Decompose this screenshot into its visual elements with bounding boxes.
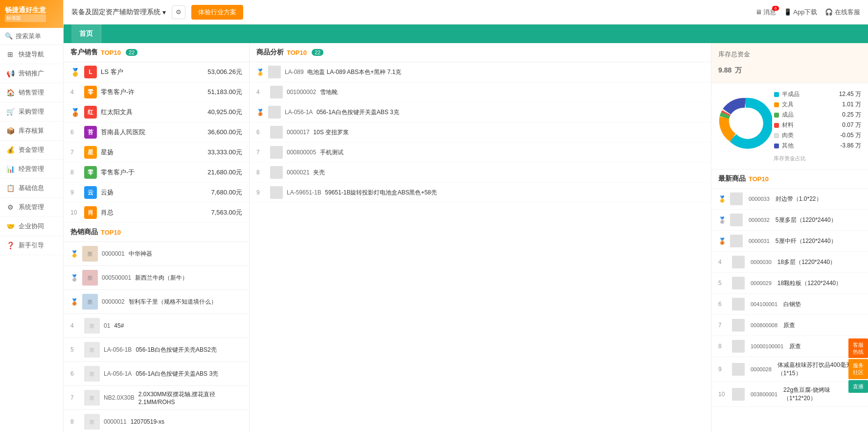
product-analysis-header: 商品分析 TOP10 22 [250,43,711,62]
new-product-row[interactable]: 5 0000029 18颗粒板（1220*2440） [711,273,868,294]
new-product-row[interactable]: 🥇 0000033 封边带（1.0*22） [711,189,868,210]
svg-rect-24 [270,186,283,199]
online-service-button[interactable]: 🎧 在线客服 [825,8,860,17]
product-row[interactable]: 9 LA-59651-1B 59651-1B旋转投影灯电池盒ABS黑色+58壳 [250,183,711,203]
sidebar-item-finance[interactable]: 💰 资金管理 [0,141,63,160]
customer-row[interactable]: 10 肖 肖总 7,563.00元 [64,203,249,223]
svg-rect-22 [270,146,283,159]
live-button[interactable]: 直播 [848,380,868,393]
new-thumb-10 [732,388,745,401]
sidebar-item-inventory[interactable]: 📦 库存核算 [0,121,63,141]
sidebar-label-purchase: 采购管理 [19,107,44,116]
sidebar-item-marketing[interactable]: 📢 营销推广 [0,64,63,83]
hot-product-row[interactable]: 🥇 图 0000001 中华神器 [64,242,249,266]
hot-product-row[interactable]: 7 图 NB2.0X30B 2.0X30MM双摆花轴,摆花直径2.1MM/ROH… [64,386,249,410]
prod-info-2: 001000002 雪地靴 [287,88,704,96]
customer-row[interactable]: 4 零 零售客户-许 51,183.00元 [64,82,249,102]
prod-code-7: LA-59651-1B [287,189,321,196]
prod-code-6: 0000021 [287,169,310,176]
hot-rank-6: 6 [70,370,80,377]
customer-avatar-8: 肖 [84,206,97,219]
hot-name-7: 2.0X30MM双摆花轴,摆花直径2.1MM/ROHS [138,390,242,406]
sidebar-label-inventory: 库存核算 [19,126,44,135]
hot-product-row[interactable]: 6 图 LA-056-1A 056-1A白色按键开关盖ABS 3壳 [64,362,249,386]
new-medal-3: 🥉 [718,238,726,245]
hot-thumb-4: 图 [84,318,100,334]
hot-code-7: NB2.0X30B [104,394,135,401]
new-thumb-4 [732,256,745,268]
sidebar-item-guide[interactable]: ❓ 新手引导 [0,236,63,255]
hot-thumb-6: 图 [84,366,100,382]
hot-product-row[interactable]: 5 图 LA-056-1B 056-1B白色按键开关壳ABS2壳 [64,338,249,362]
new-product-row[interactable]: 6 004100001 白钢垫 [711,294,868,315]
legend-dot-2 [774,102,779,107]
prod-thumb-3 [268,106,281,119]
new-name-6: 白钢垫 [783,300,861,309]
tab-bar: 首页 [64,24,868,43]
new-product-row[interactable]: 🥈 0000032 5厘多层（1220*2440） [711,210,868,231]
sidebar-label-operations: 经营管理 [19,165,44,173]
new-product-row[interactable]: 4 0000030 18多层（1220*2440） [711,252,868,273]
product-row[interactable]: 6 0000017 10S 变扭罗浆 [250,122,711,143]
sidebar-item-sales[interactable]: 🏠 销售管理 [0,83,63,102]
hot-products-header: 热销商品 TOP10 [64,223,249,242]
new-product-row[interactable]: 7 000800008 原查 [711,315,868,336]
prod-rank-5: 7 [256,149,266,156]
new-product-row[interactable]: 10 003800001 22g鱼豆腐-烧烤味（1*12*20） [711,382,868,407]
hot-product-row[interactable]: 8 图 0000011 12070519-xs [64,410,249,432]
settings-button[interactable]: ⚙ [172,5,185,19]
main-area: 装备及固定资产辅助管理系统 ▾ ⚙ 体验行业方案 🖥 消息 6 📱 App下载 … [64,0,868,432]
customer-row[interactable]: 6 苔 苔南县人民医院 36,600.00元 [64,122,249,143]
sidebar-item-quick-nav[interactable]: ⊞ 快捷导航 [0,45,63,64]
customer-row[interactable]: 7 星 星扬 33,333.00元 [64,143,249,163]
new-name-4: 18多层（1220*2440） [777,258,861,266]
sidebar-item-operations[interactable]: 📊 经营管理 [0,160,63,179]
customer-row[interactable]: 🥉 红 红太阳文具 40,925.00元 [64,102,249,122]
customer-row[interactable]: 8 零 零售客户-于 21,680.00元 [64,163,249,183]
search-menu[interactable]: 🔍 搜索菜单 [0,28,63,45]
customer-panel-header: 客户销售 TOP10 22 [64,43,249,62]
customer-row[interactable]: 🥇 L LS 客户 53,006.26元 [64,62,249,82]
svg-text:图: 图 [90,371,94,377]
prod-info-6: 0000021 夹壳 [287,168,704,177]
sidebar-item-purchase[interactable]: 🛒 采购管理 [0,102,63,121]
system-title-dropdown[interactable]: 装备及固定资产辅助管理系统 ▾ [71,8,166,17]
rank-num-2: 4 [70,89,80,96]
message-button[interactable]: 🖥 消息 6 [755,8,777,17]
product-row[interactable]: 7 000800005 手机测试 [250,143,711,163]
sidebar-item-base-info[interactable]: 📋 基础信息 [0,179,63,198]
product-row[interactable]: 4 001000002 雪地靴 [250,82,711,102]
customer-name-1: LS 客户 [101,68,207,76]
prod-medal-1: 🥇 [256,69,264,76]
trial-plan-button[interactable]: 体验行业方案 [191,5,243,20]
sidebar-item-sys-mgmt[interactable]: ⚙ 系统管理 [0,198,63,217]
customer-hotline-button[interactable]: 客服热线 [848,338,868,359]
product-row[interactable]: 🥇 LA-089 电池盖 LA-089 ABS本色+黑种 7.1克 [250,62,711,82]
home-icon: ⊞ [6,50,15,58]
new-product-row[interactable]: 🥉 0000031 5厘中纤（1220*2440） [711,231,868,252]
new-product-row[interactable]: 9 0000028 体减嘉枝味苏打饮品400毫升（1*15） [711,357,868,382]
app-download-button[interactable]: 📱 App下载 [784,8,817,17]
customer-amount-5: 33,333.00元 [207,148,242,157]
prod-name-1: 电池盖 LA-089 ABS本色+黑种 7.1克 [307,69,401,75]
new-thumb-9 [732,363,745,376]
legend-item-5: 肉类 -0.05 万 [774,131,861,140]
svg-rect-31 [732,298,745,311]
customer-amount-6: 21,680.00元 [207,168,242,177]
hot-product-row[interactable]: 🥈 图 000500001 新西兰牛肉（新牛） [64,266,249,290]
product-row[interactable]: 8 0000021 夹壳 [250,163,711,183]
sidebar-item-enterprise[interactable]: 🤝 企业协同 [0,217,63,236]
customer-row[interactable]: 9 云 云扬 7,680.00元 [64,183,249,203]
new-thumb-3 [730,235,743,247]
hot-product-row[interactable]: 4 图 01 45# [64,314,249,338]
tab-home[interactable]: 首页 [71,24,101,43]
hot-medal-1: 🥇 [70,250,78,258]
svg-text:图: 图 [88,299,92,305]
customer-amount-4: 36,600.00元 [207,128,242,137]
service-community-button[interactable]: 服务社区 [848,359,868,379]
inventory-amount: 9.88 万 [718,61,861,76]
new-product-row[interactable]: 8 10000100001 原查 [711,336,868,357]
inventory-title: 库存总资金 [718,50,861,59]
product-row[interactable]: 🥉 LA-056-1A 056-1A白色按键开关盖ABS 3克 [250,102,711,122]
hot-product-row[interactable]: 🥉 图 0000002 智利车子里（规格不知道填什么） [64,290,249,314]
